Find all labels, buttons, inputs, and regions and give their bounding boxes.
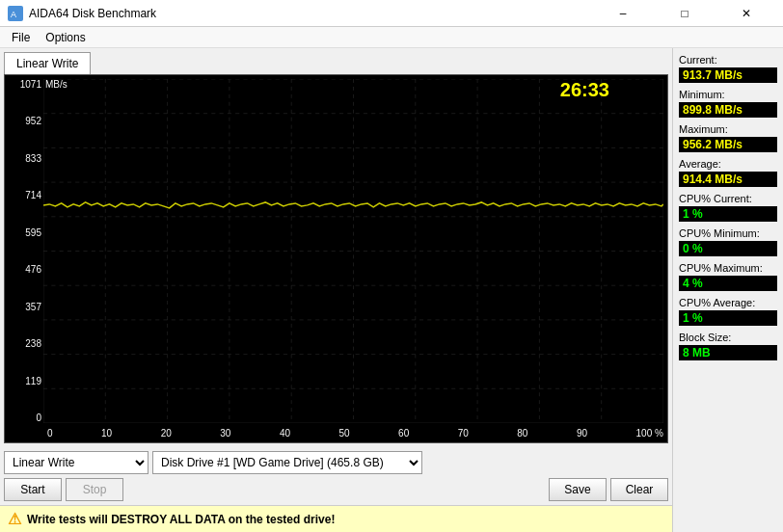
stat-maximum: Maximum: 956.2 MB/s: [679, 123, 777, 152]
block-size-value: 8 MB: [679, 345, 777, 360]
current-label: Current:: [679, 54, 777, 66]
warning-bar: ⚠ Write tests will DESTROY ALL DATA on t…: [0, 505, 672, 532]
x-label-30: 30: [220, 428, 230, 439]
chart-container: MB/s 26:33 1071 952 833 714 595 476 357 …: [4, 74, 668, 443]
window-controls: – □ ✕: [594, 6, 775, 21]
content-area: Linear Write MB/s 26:33 1071 952 833 714…: [0, 48, 783, 532]
maximize-button[interactable]: □: [656, 6, 714, 21]
y-label-714: 714: [7, 190, 41, 200]
test-select[interactable]: Linear Write Linear Read Random Read Ran…: [4, 451, 148, 474]
stats-panel: Current: 913.7 MB/s Minimum: 899.8 MB/s …: [672, 48, 783, 532]
cpu-current-value: 1 %: [679, 206, 777, 222]
stat-cpu-maximum: CPU% Maximum: 4 %: [679, 262, 777, 291]
y-label-1071: 1071: [7, 79, 41, 90]
x-label-50: 50: [338, 428, 349, 439]
x-label-60: 60: [398, 428, 409, 439]
app-icon: A: [8, 6, 23, 21]
y-label-0: 0: [7, 412, 41, 423]
menu-options[interactable]: Options: [38, 29, 93, 45]
tab-linear-write[interactable]: Linear Write: [4, 52, 91, 74]
y-label-476: 476: [7, 264, 41, 275]
svg-text:A: A: [11, 10, 16, 19]
warning-icon: ⚠: [8, 510, 21, 528]
chart-plot-area: [43, 79, 663, 423]
cpu-minimum-label: CPU% Minimum:: [679, 227, 777, 239]
stat-cpu-minimum: CPU% Minimum: 0 %: [679, 227, 777, 256]
start-button[interactable]: Start: [4, 478, 62, 501]
stat-current: Current: 913.7 MB/s: [679, 54, 777, 83]
cpu-current-label: CPU% Current:: [679, 193, 777, 204]
minimum-label: Minimum:: [679, 89, 777, 100]
cpu-maximum-label: CPU% Maximum:: [679, 262, 777, 274]
x-label-0: 0: [47, 428, 53, 439]
x-label-90: 90: [577, 428, 587, 439]
cpu-average-label: CPU% Average:: [679, 297, 777, 308]
menu-file[interactable]: File: [4, 29, 38, 45]
y-label-833: 833: [7, 153, 41, 164]
maximum-label: Maximum:: [679, 123, 777, 135]
menu-bar: File Options: [0, 27, 783, 48]
close-button[interactable]: ✕: [717, 6, 775, 21]
x-label-100: 100 %: [636, 428, 663, 439]
maximum-value: 956.2 MB/s: [679, 137, 777, 152]
cpu-maximum-value: 4 %: [679, 276, 777, 291]
stat-cpu-current: CPU% Current: 1 %: [679, 193, 777, 222]
clear-button[interactable]: Clear: [610, 478, 668, 501]
stat-average: Average: 914.4 MB/s: [679, 158, 777, 187]
current-value: 913.7 MB/s: [679, 67, 777, 83]
stop-button[interactable]: Stop: [66, 478, 123, 501]
minimum-value: 899.8 MB/s: [679, 102, 777, 118]
x-axis: 0 10 20 30 40 50 60 70 80 90 100 %: [43, 423, 667, 442]
average-value: 914.4 MB/s: [679, 172, 777, 187]
minimize-button[interactable]: –: [594, 6, 652, 21]
y-axis: 1071 952 833 714 595 476 357 238 119 0: [5, 75, 43, 423]
window-title: AIDA64 Disk Benchmark: [29, 7, 156, 20]
chart-timer: 26:33: [560, 79, 609, 101]
x-label-20: 20: [161, 428, 172, 439]
stat-minimum: Minimum: 899.8 MB/s: [679, 89, 777, 118]
y-label-357: 357: [7, 302, 41, 312]
x-label-70: 70: [458, 428, 469, 439]
warning-text: Write tests will DESTROY ALL DATA on the…: [27, 513, 335, 526]
main-panel: Linear Write MB/s 26:33 1071 952 833 714…: [0, 48, 672, 532]
block-size-label: Block Size:: [679, 332, 777, 343]
y-label-238: 238: [7, 338, 41, 349]
x-label-40: 40: [280, 428, 290, 439]
drive-select[interactable]: Disk Drive #1 [WD Game Drive] (465.8 GB): [152, 451, 422, 474]
tab-bar: Linear Write: [0, 48, 672, 74]
x-label-10: 10: [101, 428, 112, 439]
cpu-average-value: 1 %: [679, 310, 777, 326]
y-label-119: 119: [7, 376, 41, 386]
title-bar: A AIDA64 Disk Benchmark – □ ✕: [0, 0, 783, 27]
y-label-952: 952: [7, 116, 41, 126]
y-label-595: 595: [7, 227, 41, 238]
stat-cpu-average: CPU% Average: 1 %: [679, 297, 777, 326]
x-label-80: 80: [517, 428, 527, 439]
cpu-minimum-value: 0 %: [679, 241, 777, 256]
stat-block-size: Block Size: 8 MB: [679, 332, 777, 360]
average-label: Average:: [679, 158, 777, 170]
save-button[interactable]: Save: [549, 478, 607, 501]
controls-panel: Linear Write Linear Read Random Read Ran…: [0, 447, 672, 505]
controls-row-2: Start Stop Save Clear: [4, 478, 668, 501]
controls-row-1: Linear Write Linear Read Random Read Ran…: [4, 451, 668, 474]
